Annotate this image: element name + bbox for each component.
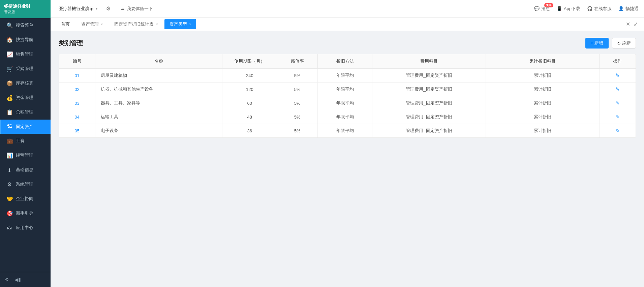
cell-action-1: ✎	[599, 83, 636, 96]
online-service-button[interactable]: 🎧 在线客服	[587, 6, 612, 12]
app-download-button[interactable]: 📱 App下载	[557, 6, 580, 12]
sidebar-label-5: 资金管理	[16, 95, 33, 101]
tab-close-2[interactable]: ×	[156, 22, 158, 26]
user-icon: 👤	[618, 6, 624, 11]
tab-close-3[interactable]: ×	[189, 22, 191, 26]
sidebar-icon-14: 🗂	[6, 225, 12, 231]
tab-3[interactable]: 资产类型×	[164, 19, 196, 29]
tab-label-3: 资产类型	[170, 21, 187, 27]
cell-residual-3: 5%	[277, 110, 318, 124]
sidebar-item-14[interactable]: 🗂应用中心	[0, 221, 51, 235]
cell-accum-3: 累计折旧	[486, 110, 599, 124]
online-service-label: 在线客服	[594, 6, 612, 12]
tab-0[interactable]: 首页	[56, 19, 75, 29]
tab-label-1: 资产管理	[81, 21, 99, 27]
col-header-residual: 残值率	[277, 54, 318, 69]
app-edition: 普及版	[4, 9, 47, 14]
maximize-icon[interactable]: ⤢	[633, 20, 639, 28]
cell-expense-3: 管理费用_固定资产折旧	[372, 110, 486, 124]
cell-method-2: 年限平均	[318, 96, 372, 110]
sidebar-icon-3: 🛒	[6, 66, 12, 72]
cell-period-1: 120	[222, 83, 277, 96]
edit-icon-1[interactable]: ✎	[615, 86, 620, 92]
sidebar-item-4[interactable]: 📦库存核算	[0, 76, 51, 91]
sidebar-item-5[interactable]: 💰资金管理	[0, 91, 51, 105]
col-header-code: 编号	[59, 54, 95, 69]
collapse-icon[interactable]: ◀▮	[13, 276, 22, 284]
cell-code-2: 03	[59, 96, 95, 110]
cell-expense-0: 管理费用_固定资产折旧	[372, 69, 486, 83]
cell-expense-2: 管理费用_固定资产折旧	[372, 96, 486, 110]
cell-code-0: 01	[59, 69, 95, 83]
sidebar-item-10[interactable]: ℹ基础信息	[0, 163, 51, 177]
cell-action-2: ✎	[599, 96, 636, 110]
sidebar-icon-0: 🔍	[6, 22, 12, 29]
new-button[interactable]: + 新增	[585, 38, 609, 49]
module-selector[interactable]: 医疗器械行业演示 ▾	[56, 4, 100, 13]
col-header-expense: 费用科目	[372, 54, 486, 69]
sidebar-label-0: 搜索菜单	[16, 22, 33, 28]
table-row: 02 机器、机械和其他生产设备 120 5% 年限平均 管理费用_固定资产折旧 …	[59, 83, 636, 96]
sidebar-item-3[interactable]: 🛒采购管理	[0, 62, 51, 76]
sidebar-item-7[interactable]: 🏗固定资产	[0, 120, 51, 134]
sidebar-item-13[interactable]: 🎯新手引导	[0, 206, 51, 221]
sidebar-icon-13: 🎯	[6, 210, 12, 217]
cell-period-4: 36	[222, 124, 277, 138]
cell-method-0: 年限平均	[318, 69, 372, 83]
cell-code-1: 02	[59, 83, 95, 96]
close-tab-icon[interactable]: ✕	[625, 20, 631, 28]
service-icon: 🎧	[587, 6, 592, 11]
tab-2[interactable]: 固定资产折旧统计表×	[109, 19, 163, 29]
experience-label: 我要体验一下	[127, 6, 153, 12]
cell-name-0: 房屋及建筑物	[95, 69, 222, 83]
sidebar-item-2[interactable]: 📈销售管理	[0, 47, 51, 62]
edit-icon-2[interactable]: ✎	[615, 100, 620, 106]
sidebar-label-4: 库存核算	[16, 80, 33, 86]
module-settings-icon[interactable]: ⚙	[104, 4, 112, 13]
sidebar-icon-8: 💼	[6, 138, 12, 144]
table-header: 编号 名称 使用期限（月） 残值率 折旧方法 费用科目 累计折旧科目 操作	[59, 54, 636, 69]
cell-period-2: 60	[222, 96, 277, 110]
settings-icon[interactable]: ⚙	[3, 276, 10, 284]
refresh-label: 刷新	[622, 40, 631, 46]
sidebar-label-9: 经营管理	[16, 152, 33, 158]
cell-name-2: 器具、工具、家具等	[95, 96, 222, 110]
cell-residual-4: 5%	[277, 124, 318, 138]
user-profile[interactable]: 👤 畅捷通	[618, 6, 639, 12]
edit-icon-4[interactable]: ✎	[615, 128, 620, 133]
cell-name-4: 电子设备	[95, 124, 222, 138]
tab-window-controls: ✕ ⤢	[625, 20, 639, 28]
sidebar-icon-2: 📈	[6, 51, 12, 58]
refresh-icon: ↻	[617, 41, 621, 46]
col-header-period: 使用期限（月）	[222, 54, 277, 69]
refresh-button[interactable]: ↻ 刷新	[612, 38, 636, 49]
sidebar-label-8: 工资	[16, 138, 25, 144]
sidebar-icon-1: 🏠	[6, 37, 12, 43]
sidebar-icon-10: ℹ	[6, 167, 12, 173]
tabs-bar: 首页资产管理×固定资产折旧统计表×资产类型× ✕ ⤢	[51, 18, 644, 31]
cell-accum-4: 累计折旧	[486, 124, 599, 138]
tab-label-2: 固定资产折旧统计表	[114, 21, 154, 27]
sidebar-item-9[interactable]: 📊经营管理	[0, 148, 51, 163]
module-label: 医疗器械行业演示	[59, 6, 94, 12]
sidebar-item-0[interactable]: 🔍搜索菜单	[0, 18, 51, 33]
edit-icon-3[interactable]: ✎	[615, 114, 620, 120]
tab-close-1[interactable]: ×	[101, 22, 103, 26]
topbar-right: 💬 消息 99+ 📱 App下载 🎧 在线客服 👤 畅捷通	[534, 6, 639, 12]
sidebar-item-11[interactable]: ⚙系统管理	[0, 177, 51, 192]
page-header: 类别管理 + 新增 ↻ 刷新	[59, 38, 636, 49]
tab-1[interactable]: 资产管理×	[76, 19, 108, 29]
cell-residual-0: 5%	[277, 69, 318, 83]
cloud-icon: ☁	[120, 6, 125, 11]
edit-icon-0[interactable]: ✎	[615, 72, 620, 78]
sidebar-item-6[interactable]: 📋总账管理	[0, 105, 51, 120]
sidebar-item-12[interactable]: 🤝企业协同	[0, 192, 51, 206]
sidebar-label-2: 销售管理	[16, 51, 33, 57]
table-row: 01 房屋及建筑物 240 5% 年限平均 管理费用_固定资产折旧 累计折旧 ✎	[59, 69, 636, 83]
sidebar-icon-5: 💰	[6, 95, 12, 101]
messages-button[interactable]: 💬 消息 99+	[534, 6, 550, 12]
cell-period-0: 240	[222, 69, 277, 83]
sidebar-item-8[interactable]: 💼工资	[0, 134, 51, 148]
sidebar-item-1[interactable]: 🏠快捷导航	[0, 33, 51, 47]
experience-button[interactable]: ☁ 我要体验一下	[120, 6, 153, 12]
